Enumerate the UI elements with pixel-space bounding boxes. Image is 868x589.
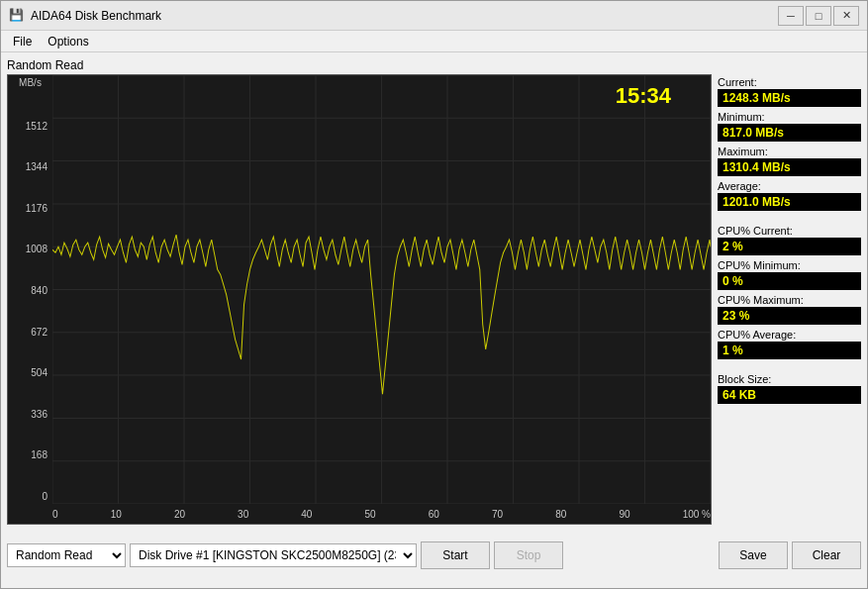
x-label-0: 0 <box>52 509 58 520</box>
stat-maximum-label: Maximum: <box>718 146 861 157</box>
mode-dropdown[interactable]: Random Read Sequential Read Random Write… <box>7 543 126 567</box>
minimize-button[interactable]: ─ <box>778 6 804 26</box>
window-controls: ─ □ ✕ <box>778 6 859 26</box>
start-button[interactable]: Start <box>421 541 490 569</box>
y-label-0: 0 <box>10 492 50 502</box>
main-window: 💾 AIDA64 Disk Benchmark ─ □ ✕ File Optio… <box>0 0 868 589</box>
stat-minimum-label: Minimum: <box>718 111 861 123</box>
y-unit-label: MB/s <box>10 77 50 90</box>
x-label-40: 40 <box>301 509 312 520</box>
stat-cpu-maximum-label: CPU% Maximum: <box>718 294 861 306</box>
chart-plot <box>52 75 711 504</box>
stat-cpu-average-label: CPU% Average: <box>718 329 861 341</box>
x-label-30: 30 <box>238 509 248 520</box>
stat-maximum: Maximum: 1310.4 MB/s <box>718 146 861 176</box>
stat-block-size-label: Block Size: <box>718 373 861 385</box>
close-button[interactable]: ✕ <box>833 6 859 26</box>
menu-bar: File Options <box>1 31 867 52</box>
stat-average: Average: 1201.0 MB/s <box>718 180 861 211</box>
chart-title: Random Read <box>7 58 712 72</box>
stat-cpu-maximum: CPU% Maximum: 23 % <box>718 294 861 325</box>
chart-section: Random Read 15:34 MB/s 1512 1344 1176 10… <box>7 58 712 525</box>
chart-container: 15:34 MB/s 1512 1344 1176 1008 840 672 5… <box>7 74 712 525</box>
x-label-10: 10 <box>111 509 122 520</box>
bottom-controls: Random Read Sequential Read Random Write… <box>7 529 861 582</box>
stat-current: Current: 1248.3 MB/s <box>718 76 861 107</box>
stat-cpu-maximum-value: 23 % <box>718 307 861 325</box>
save-button[interactable]: Save <box>719 541 788 569</box>
y-label-168: 168 <box>10 450 50 460</box>
y-axis: MB/s 1512 1344 1176 1008 840 672 504 336… <box>8 75 52 504</box>
stat-block-size-value: 64 KB <box>718 386 861 404</box>
stat-cpu-current: CPU% Current: 2 % <box>718 225 861 255</box>
x-label-60: 60 <box>429 509 439 520</box>
clear-button[interactable]: Clear <box>792 541 861 569</box>
stat-cpu-minimum: CPU% Minimum: 0 % <box>718 259 861 290</box>
stat-current-label: Current: <box>718 76 861 88</box>
y-label-504: 504 <box>10 368 50 378</box>
y-label-840: 840 <box>10 286 50 296</box>
stat-minimum: Minimum: 817.0 MB/s <box>718 111 861 142</box>
y-label-1176: 1176 <box>10 204 50 214</box>
chart-svg <box>52 75 711 504</box>
stat-cpu-average-value: 1 % <box>718 342 861 359</box>
stat-cpu-minimum-value: 0 % <box>718 272 861 290</box>
x-label-20: 20 <box>174 509 185 520</box>
y-label-1008: 1008 <box>10 245 50 254</box>
stat-cpu-current-value: 2 % <box>718 238 861 255</box>
y-label-336: 336 <box>10 410 50 420</box>
app-icon: 💾 <box>9 8 25 24</box>
main-area: Random Read 15:34 MB/s 1512 1344 1176 10… <box>7 58 861 525</box>
x-label-100: 100 % <box>683 509 711 520</box>
content-area: Random Read 15:34 MB/s 1512 1344 1176 10… <box>1 52 867 588</box>
stat-average-value: 1201.0 MB/s <box>718 193 861 211</box>
maximize-button[interactable]: □ <box>806 6 831 26</box>
menu-file[interactable]: File <box>5 33 40 50</box>
stat-maximum-value: 1310.4 MB/s <box>718 158 861 176</box>
stat-average-label: Average: <box>718 180 861 192</box>
stat-current-value: 1248.3 MB/s <box>718 89 861 107</box>
stat-cpu-current-label: CPU% Current: <box>718 225 861 237</box>
window-title: AIDA64 Disk Benchmark <box>31 9 778 23</box>
x-label-90: 90 <box>619 509 629 520</box>
stat-cpu-average: CPU% Average: 1 % <box>718 329 861 359</box>
stat-minimum-value: 817.0 MB/s <box>718 124 861 142</box>
chart-time-label: 15:34 <box>616 83 671 109</box>
y-label-672: 672 <box>10 328 50 338</box>
drive-dropdown[interactable]: Disk Drive #1 [KINGSTON SKC2500M8250G] (… <box>130 543 417 567</box>
y-label-1344: 1344 <box>10 162 50 172</box>
x-axis: 0 10 20 30 40 50 60 70 80 90 100 % <box>52 504 711 524</box>
x-label-50: 50 <box>365 509 376 520</box>
stat-block-size: Block Size: 64 KB <box>718 373 861 404</box>
y-label-1512: 1512 <box>10 122 50 132</box>
stop-button[interactable]: Stop <box>494 541 563 569</box>
title-bar: 💾 AIDA64 Disk Benchmark ─ □ ✕ <box>1 1 867 31</box>
x-label-80: 80 <box>555 509 566 520</box>
x-label-70: 70 <box>492 509 503 520</box>
stats-panel: Current: 1248.3 MB/s Minimum: 817.0 MB/s… <box>718 58 861 525</box>
stat-cpu-minimum-label: CPU% Minimum: <box>718 259 861 271</box>
menu-options[interactable]: Options <box>40 33 96 50</box>
